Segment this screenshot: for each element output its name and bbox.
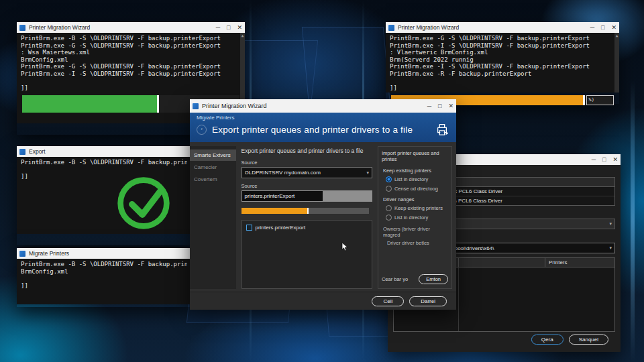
terminal-line: ]] [21,84,241,92]
sidebar-item-queues[interactable]: Smarte Extvers [190,149,236,161]
terminal-line [21,166,187,174]
title-bar[interactable]: Export [17,146,191,157]
terminal-line: PrintBrm.exe -B -S \OLDPRINTSRV -F backu… [21,261,187,268]
window-terminal-top-right[interactable]: Printer Migration Wizard ─ □ ✕ PrintBrm.… [386,22,619,104]
printer-export-icon [435,123,449,136]
terminal-line: : Wsa Maiertews.xml [21,49,241,56]
terminal-line: PrintBrm.exe -R -F backup.printerExport [390,70,615,78]
radio-list-in-directory[interactable]: List in directory [386,176,448,182]
app-icon [19,251,25,257]
terminal-line: Brm(Serverd 2022 runnig [390,56,615,64]
scrollbar[interactable]: ▲ [614,33,619,93]
chevron-down-icon: ▾ [366,170,369,176]
column-header: Printers [545,258,614,267]
radio-selected-icon[interactable] [386,176,392,182]
wizard-footer: Cell Darrel [190,292,456,310]
radio-icon[interactable] [386,215,392,221]
terminal-line: PrintBrm.exe -G -S \OLDPRINTSRV -F backu… [21,42,241,50]
terminal-line: BrmConfig.xml [21,268,187,276]
terminal-line: PrintBrm.exe -I -S \OLDPRINTSRV -F backu… [390,63,615,70]
window-title: Printer Migration Wizard [202,103,423,109]
window-title: Export [29,148,189,155]
close-icon[interactable]: ✕ [612,157,618,163]
terminal-output: PrintBrm.exe -B -S \OLDPRINTSRV -F backu… [17,157,191,234]
radio-list-directory-2[interactable]: List in directory [386,215,448,221]
maximize-icon[interactable]: □ [602,157,606,163]
maximize-icon[interactable]: □ [227,25,230,31]
terminal-line: ]] [390,84,615,92]
title-bar[interactable]: Printer Migration Wizard ─ □ ✕ [386,22,619,33]
cancel-button[interactable]: Darrel [409,296,447,306]
maximize-icon[interactable]: □ [438,103,441,109]
file-label: Source [241,183,372,189]
cancel-button[interactable]: Sanquel [569,335,608,345]
terminal-line [21,77,241,84]
terminal-line: PrintBrm.exe -G -S \OLDPRINTSRV -F backu… [390,35,615,42]
terminal-line: ]] [21,282,187,290]
radio-keep-existing[interactable]: Keep existing printers [386,205,448,211]
window-title: Migrate Printers [29,250,189,257]
terminal-line: BrmConfig.xml [21,56,241,64]
checkbox-icon[interactable] [246,225,252,231]
radio-overwrite[interactable]: Cense od directoog [386,186,448,192]
title-bar[interactable]: Migrate Printers [17,248,191,259]
export-filename-input[interactable]: printers.printerExport [241,190,372,202]
source-server-dropdown[interactable]: OLDPRINTSRV mydomain.com ▾ [241,167,372,178]
source-label: Source [241,160,372,166]
wizard-header: Migrate Printers ‹ Export printer queues… [190,113,456,142]
mouse-cursor-icon [341,242,348,251]
close-icon[interactable]: ✕ [611,25,616,31]
minimize-icon[interactable]: ─ [590,25,594,31]
browse-button[interactable]: Emton [419,274,448,284]
terminal-line: PrintBrm.exe -B -S \OLDPRINTSRV -F backu… [21,159,187,166]
back-icon[interactable]: ‹ [197,125,207,135]
breadcrumb: Migrate Printers [197,115,449,121]
maximize-icon[interactable]: □ [601,25,604,31]
clear-label[interactable]: Cear bar yo [382,276,408,282]
radio-icon[interactable] [386,205,392,211]
sidebar-item-connection[interactable]: Camecler [190,162,236,173]
app-icon [388,25,394,31]
window-migrate-printers[interactable]: Migrate Printers PrintBrm.exe -B -S \OLD… [17,248,191,307]
terminal-line: : Vlaertweric BrmConfig.xml [390,49,615,56]
note-text: Owners (briver driver magred [383,226,448,238]
input-selection-region [323,191,372,201]
minimize-icon[interactable]: ─ [427,103,431,109]
minimize-icon[interactable]: ─ [216,25,220,31]
app-icon [193,103,199,109]
sidebar-item-counters[interactable]: Covertem [190,174,236,185]
progress-edge [583,95,585,105]
open-button[interactable]: Qera [531,335,564,345]
import-options-panel: Import printer queues and printes Keep e… [378,146,452,289]
export-form: Export printer queues and printer driver… [241,146,372,289]
ok-button[interactable]: Cell [372,296,404,306]
page-title: Export printer queues and printer driver… [212,125,435,135]
title-bar[interactable]: Printer Migration Wizard ─ □ ✕ [190,99,456,113]
form-heading: Export printer queues and printer driver… [241,147,372,154]
terminal-line [390,77,615,84]
window-title: Printer Migration Wizard [29,24,212,31]
progress-percent: %) [586,95,614,105]
terminal-line [21,275,187,282]
window-title: Printer Migration Wizard [398,24,586,31]
chevron-down-icon: ▾ [609,221,612,227]
radio-icon[interactable] [386,186,392,192]
minimize-icon[interactable]: ─ [592,157,596,163]
column-spacer [459,258,545,267]
terminal-output: PrintBrm.exe -G -S \OLDPRINTSRV -F backu… [386,33,619,93]
terminal-line: PrintBrm.exe -I -S \OLDPRINTSRV -F backu… [390,42,615,50]
window-printer-migration-wizard[interactable]: Printer Migration Wizard ─ □ ✕ Migrate P… [190,99,456,310]
close-icon[interactable]: ✕ [237,25,242,31]
terminal-line: PrintBrm.exe -B -S \OLDPRINTSRV -F backu… [21,35,241,42]
note-text: Driver driver betles [387,240,448,246]
terminal-output: PrintBrm.exe -B -S \OLDPRINTSRV -F backu… [17,259,191,304]
export-items-panel[interactable]: printers.printerExport [241,220,372,289]
close-icon[interactable]: ✕ [448,103,453,109]
terminal-line: PrintBrm.exe -I -S \OLDPRINTSRV -F backu… [21,70,241,78]
group-label: Keep existing printers [383,168,448,174]
title-bar[interactable]: Printer Migration Wizard ─ □ ✕ [17,22,245,33]
progress-fill-orange [241,208,308,214]
import-heading: Import printer queues and printes [382,150,448,162]
window-export[interactable]: Export PrintBrm.exe -B -S \OLDPRINTSRV -… [17,146,191,245]
background-beam [631,80,635,362]
